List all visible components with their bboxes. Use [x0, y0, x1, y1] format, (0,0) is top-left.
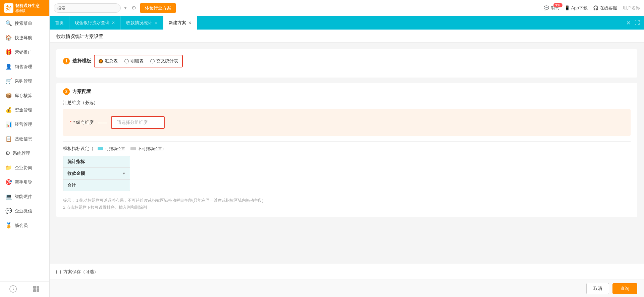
dropdown-arrow-icon[interactable]: ▼: [123, 6, 127, 10]
logo-icon: 好: [4, 3, 13, 13]
sidebar-bottom-btn2[interactable]: [26, 285, 46, 294]
indicator-col1-row: 收款金额 ▼: [63, 168, 130, 180]
radio-detail[interactable]: 明细表: [124, 58, 144, 64]
tab-receipt-stats[interactable]: 收款情况统计 ✕: [121, 16, 163, 30]
sidebar-item-sales[interactable]: 👤 销售管理: [0, 59, 49, 74]
box-icon: 📦: [5, 92, 12, 99]
chart-icon: 📊: [5, 121, 12, 128]
content-area: 收款情况统计方案设置 1 选择模板 汇总表 明细表: [50, 30, 644, 297]
divider: [63, 141, 631, 142]
template-radio-group: 汇总表 明细表 交叉统计表: [94, 55, 183, 67]
tab-new-plan[interactable]: 新建方案 ✕: [163, 16, 197, 30]
dimension-area: * * 纵向维度 —— 请选择分组维度: [63, 109, 631, 136]
step1-section: 1 选择模板 汇总表 明细表 交叉统计表: [56, 49, 637, 78]
search-menu-icon: 🔍: [5, 20, 12, 27]
gear-icon: ⚙: [5, 150, 10, 156]
tabs-actions: ✕ ⛶: [622, 16, 644, 30]
tab-close-all-icon[interactable]: ✕: [626, 20, 631, 26]
radio-summary[interactable]: 汇总表: [99, 58, 118, 64]
folder-icon: 📁: [5, 164, 12, 171]
sidebar-item-member[interactable]: 🏅 畅会员: [0, 218, 49, 233]
service-icon: 🎧: [593, 5, 598, 10]
topbar-right: 💬 消息 99+ 📱 App下载 🎧 在线客服 用户名称: [544, 5, 640, 11]
app-download-btn[interactable]: 📱 App下载: [565, 5, 588, 11]
legend-fixed: 不可拖动位置）: [130, 146, 166, 152]
tabs-bar: 首页 现金银行流水查询 ✕ 收款情况统计 ✕ 新建方案 ✕ ✕ ⛶: [50, 16, 644, 30]
sidebar-item-basic-info[interactable]: 📋 基础信息: [0, 132, 49, 146]
gift-icon: 🎁: [5, 49, 12, 55]
col1-dropdown-icon[interactable]: ▼: [122, 171, 126, 176]
app-icon: 📱: [565, 5, 570, 10]
money-icon: 💰: [5, 107, 12, 113]
sidebar-item-smart-hw[interactable]: 💻 智能硬件: [0, 189, 49, 204]
step2-num: 2: [63, 88, 70, 95]
required-mark: *: [70, 120, 71, 125]
step2-section: 2 方案配置 汇总维度（必选） * * 纵向维度 —— 请选择分组维度: [56, 83, 637, 217]
step2-header: 2 方案配置: [63, 88, 631, 95]
chat-icon: 💬: [5, 208, 12, 214]
sidebar-item-purchase[interactable]: 🛒 采购管理: [0, 74, 49, 88]
sidebar-item-corp-wechat[interactable]: 💬 企业微信: [0, 204, 49, 218]
online-service-btn[interactable]: 🎧 在线客服: [593, 5, 617, 11]
cancel-button[interactable]: 取消: [586, 283, 609, 294]
indicator-col2-row: 合计: [63, 180, 130, 191]
page-title: 收款情况统计方案设置: [56, 34, 103, 39]
tip-2: 2.点击标题栏下拉可设置排序、插入列和删除列: [63, 205, 631, 210]
sidebar-bottom-btn1[interactable]: [3, 285, 23, 294]
tab-home[interactable]: 首页: [50, 16, 69, 30]
sidebar-item-guide[interactable]: 🎯 新手引导: [0, 175, 49, 189]
indicator-table-header: 统计指标: [63, 156, 130, 168]
notice-badge: 99+: [553, 3, 562, 7]
search-input[interactable]: [54, 3, 121, 13]
sidebar-bottom: [0, 281, 49, 297]
form-body: 1 选择模板 汇总表 明细表 交叉统计表: [50, 43, 644, 264]
step1-num: 1: [63, 58, 70, 64]
step1-label: 选择模板: [72, 58, 91, 64]
sidebar-item-quick-nav[interactable]: 🏠 快捷导航: [0, 31, 49, 45]
sidebar-item-marketing[interactable]: 🎁 营销推广: [0, 45, 49, 59]
user-icon: 👤: [5, 63, 12, 70]
main-area: ▼ ⚙ 体验行业方案 💬 消息 99+ 📱 App下载 🎧 在线客服 用户名称 …: [50, 0, 644, 297]
tips-area: 提示： 1.拖动标题栏可以调整布局，不可跨维度或指标区域拖动栏目字段(只能在同一…: [63, 192, 631, 210]
svg-rect-3: [33, 289, 36, 292]
settings-icon[interactable]: ⚙: [131, 5, 136, 11]
indicator-header: 模板指标设定（ 可拖动位置 不可拖动位置）: [63, 146, 631, 152]
user-name: 用户名称: [623, 5, 640, 11]
page-title-bar: 收款情况统计方案设置: [50, 30, 644, 43]
tab-receipt-stats-close[interactable]: ✕: [154, 20, 158, 25]
sidebar-item-system[interactable]: ⚙ 系统管理: [0, 146, 49, 160]
notice-btn[interactable]: 💬 消息 99+: [544, 5, 559, 11]
notice-icon: 💬: [544, 5, 549, 10]
sidebar-item-finance[interactable]: 💰 资金管理: [0, 103, 49, 117]
cart-icon: 🛒: [5, 78, 12, 84]
sidebar-item-operations[interactable]: 📊 经营管理: [0, 117, 49, 132]
tab-bank-flow-close[interactable]: ✕: [112, 20, 115, 25]
dim-select-box[interactable]: 请选择分组维度: [111, 116, 165, 129]
tab-new-plan-close[interactable]: ✕: [188, 20, 192, 25]
tab-bank-flow[interactable]: 现金银行流水查询 ✕: [69, 16, 121, 30]
save-checkbox[interactable]: [56, 270, 61, 274]
step2-label: 方案配置: [72, 89, 91, 95]
indicator-table: 统计指标 收款金额 ▼ 合计: [63, 156, 130, 191]
sidebar-logo: 好 畅捷通好生意 标准版: [0, 0, 49, 16]
industry-btn[interactable]: 体验行业方案: [140, 3, 176, 13]
tab-maximize-icon[interactable]: ⛶: [635, 20, 640, 26]
svg-rect-4: [37, 289, 39, 292]
query-button[interactable]: 查询: [612, 283, 637, 294]
medal-icon: 🏅: [5, 222, 12, 229]
svg-rect-2: [37, 286, 39, 289]
radio-cross[interactable]: 交叉统计表: [150, 58, 178, 64]
indicator-legend: 可拖动位置 不可拖动位置）: [98, 146, 166, 152]
sidebar: 好 畅捷通好生意 标准版 🔍 搜索菜单 🏠 快捷导航 🎁 营销推广 👤 销售管理…: [0, 0, 50, 297]
step1-header: 1 选择模板 汇总表 明细表 交叉统计表: [63, 55, 631, 67]
topbar: ▼ ⚙ 体验行业方案 💬 消息 99+ 📱 App下载 🎧 在线客服 用户名称: [50, 0, 644, 16]
tip-1: 提示： 1.拖动标题栏可以调整布局，不可跨维度或指标区域拖动栏目字段(只能在同一…: [63, 198, 631, 203]
sidebar-item-search-menu[interactable]: 🔍 搜索菜单: [0, 16, 49, 31]
target-icon: 🎯: [5, 179, 12, 185]
sidebar-item-inventory[interactable]: 📦 库存核算: [0, 88, 49, 103]
clipboard-icon: 📋: [5, 136, 12, 142]
laptop-icon: 💻: [5, 193, 12, 200]
save-section: 方案保存（可选）: [50, 264, 644, 280]
sidebar-item-corp-collab[interactable]: 📁 企业协同: [0, 160, 49, 175]
indicator-settings-label: 模板指标设定（: [63, 146, 94, 152]
